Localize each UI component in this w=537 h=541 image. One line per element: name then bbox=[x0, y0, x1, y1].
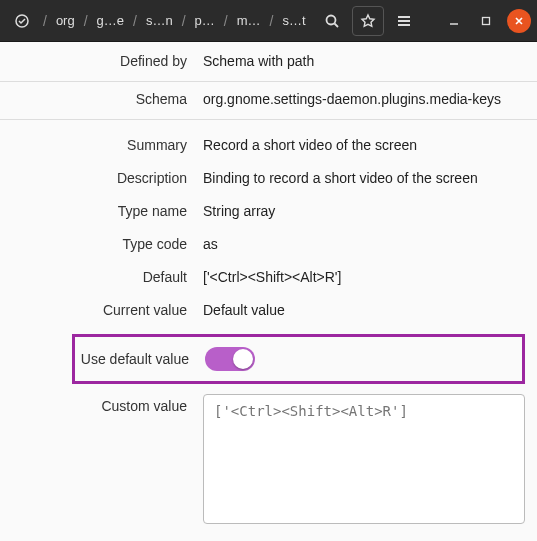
label-description: Description bbox=[0, 169, 203, 186]
value-schema: org.gnome.settings-daemon.plugins.media-… bbox=[203, 90, 525, 109]
row-custom-value: Custom value bbox=[0, 394, 537, 524]
maximize-button[interactable] bbox=[475, 10, 497, 32]
breadcrumb-item[interactable]: g…e bbox=[91, 9, 130, 32]
value-summary: Record a short video of the screen bbox=[203, 136, 525, 155]
breadcrumb-item[interactable]: org bbox=[50, 9, 81, 32]
value-defined-by: Schema with path bbox=[203, 52, 525, 71]
row-type-code: Type code as bbox=[0, 229, 537, 262]
value-type-code: as bbox=[203, 235, 525, 254]
label-type-code: Type code bbox=[0, 235, 203, 252]
label-use-default: Use default value bbox=[75, 351, 205, 367]
row-current-value: Current value Default value bbox=[0, 295, 537, 328]
value-current-value: Default value bbox=[203, 301, 525, 320]
label-custom-value: Custom value bbox=[0, 394, 203, 524]
menu-button[interactable] bbox=[388, 6, 420, 36]
row-type-name: Type name String array bbox=[0, 196, 537, 229]
row-defined-by: Defined by Schema with path bbox=[0, 46, 537, 79]
breadcrumb-sep: / bbox=[83, 13, 89, 29]
row-default: Default ['<Ctrl><Shift><Alt>R'] bbox=[0, 262, 537, 295]
breadcrumb-sep: / bbox=[42, 13, 48, 29]
divider bbox=[0, 81, 537, 82]
label-type-name: Type name bbox=[0, 202, 203, 219]
label-current-value: Current value bbox=[0, 301, 203, 318]
window-controls bbox=[443, 9, 531, 33]
custom-value-textarea[interactable] bbox=[203, 394, 525, 524]
use-default-row: Use default value bbox=[72, 334, 525, 384]
toggle-knob bbox=[233, 349, 253, 369]
value-type-name: String array bbox=[203, 202, 525, 221]
row-description: Description Binding to record a short vi… bbox=[0, 163, 537, 196]
value-description: Binding to record a short video of the s… bbox=[203, 169, 525, 188]
breadcrumb-sep: / bbox=[223, 13, 229, 29]
breadcrumb-item-active[interactable]: s…t bbox=[276, 9, 311, 32]
bookmark-button[interactable] bbox=[352, 6, 384, 36]
breadcrumb-item[interactable]: s…n bbox=[140, 9, 179, 32]
minimize-button[interactable] bbox=[443, 10, 465, 32]
search-button[interactable] bbox=[316, 6, 348, 36]
label-defined-by: Defined by bbox=[0, 52, 203, 69]
row-schema: Schema org.gnome.settings-daemon.plugins… bbox=[0, 84, 537, 117]
label-summary: Summary bbox=[0, 136, 203, 153]
use-default-toggle[interactable] bbox=[205, 347, 255, 371]
row-summary: Summary Record a short video of the scre… bbox=[0, 130, 537, 163]
divider bbox=[0, 119, 537, 120]
svg-rect-2 bbox=[483, 17, 490, 24]
title-bar: / org / g…e / s…n / p… / m… / s…t bbox=[0, 0, 537, 42]
content-area: Defined by Schema with path Schema org.g… bbox=[0, 42, 537, 524]
breadcrumb-item[interactable]: p… bbox=[189, 9, 221, 32]
app-icon[interactable] bbox=[6, 6, 38, 36]
label-default: Default bbox=[0, 268, 203, 285]
label-schema: Schema bbox=[0, 90, 203, 107]
value-default: ['<Ctrl><Shift><Alt>R'] bbox=[203, 268, 525, 287]
breadcrumb-item[interactable]: m… bbox=[231, 9, 267, 32]
close-button[interactable] bbox=[507, 9, 531, 33]
breadcrumb: / org / g…e / s…n / p… / m… / s…t bbox=[42, 9, 312, 32]
svg-point-1 bbox=[326, 15, 335, 24]
breadcrumb-sep: / bbox=[132, 13, 138, 29]
breadcrumb-sep: / bbox=[181, 13, 187, 29]
breadcrumb-sep: / bbox=[269, 13, 275, 29]
